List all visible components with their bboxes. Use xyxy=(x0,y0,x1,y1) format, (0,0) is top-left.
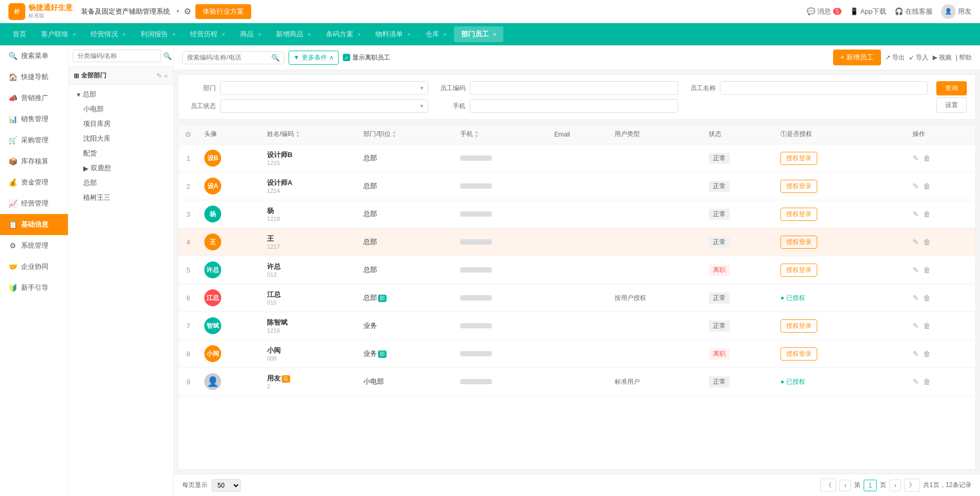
edit-button[interactable]: ✎ xyxy=(913,322,919,330)
current-page[interactable]: 1 xyxy=(864,480,877,491)
sidebar-item-inventory[interactable]: 📦 库存核算 xyxy=(0,151,68,172)
sidebar-item-marketing[interactable]: 📣 营销推广 xyxy=(0,87,68,109)
close-icon[interactable]: × xyxy=(222,31,225,37)
phone-col-header[interactable]: 手机 ▲▼ xyxy=(454,124,548,144)
phone-input[interactable] xyxy=(470,99,678,113)
dept-edit-button[interactable]: ✎ xyxy=(156,72,162,80)
sidebar-item-management[interactable]: 📈 经营管理 xyxy=(0,193,68,214)
per-page-select[interactable]: 50 100 xyxy=(212,479,241,492)
dept-collapse-button[interactable]: « xyxy=(164,72,168,80)
delete-button[interactable]: 🗑 xyxy=(923,210,930,218)
system-dropdown-arrow[interactable]: ▾ xyxy=(176,8,180,15)
tab-barcode[interactable]: 条码方案 × xyxy=(319,26,368,42)
edit-button[interactable]: ✎ xyxy=(913,182,919,190)
sidebar-item-basic[interactable]: 📋 基础信息 xyxy=(0,214,68,235)
delete-button[interactable]: 🗑 xyxy=(923,322,930,330)
query-button[interactable]: 查询 xyxy=(936,81,967,95)
sidebar-item-search[interactable]: 🔍 搜索菜单 xyxy=(0,45,68,66)
dept-search-button[interactable]: 🔍 xyxy=(163,52,172,60)
auth-button[interactable]: 授权登录 xyxy=(780,236,817,249)
phone-sort[interactable]: 手机 ▲▼ xyxy=(460,130,479,139)
edit-button[interactable]: ✎ xyxy=(913,210,919,218)
sidebar-item-system[interactable]: ⚙ 系统管理 xyxy=(0,235,68,256)
sidebar-item-collab[interactable]: 🤝 企业协同 xyxy=(0,256,68,277)
tab-warehouse[interactable]: 仓库 × xyxy=(418,26,454,42)
sidebar-item-finance[interactable]: 💰 资金管理 xyxy=(0,172,68,193)
auth-button[interactable]: 授权登录 xyxy=(780,347,817,361)
close-icon[interactable]: × xyxy=(122,31,125,37)
tab-bom[interactable]: 物料清单 × xyxy=(368,26,418,42)
app-download-button[interactable]: 📱 App下载 xyxy=(850,7,886,16)
search-input[interactable] xyxy=(187,54,271,61)
settings-button[interactable]: ⚙ xyxy=(184,6,191,16)
search-icon[interactable]: 🔍 xyxy=(271,54,280,62)
dept-node-shenyang[interactable]: 沈阳大库 xyxy=(68,131,173,146)
add-employee-button[interactable]: + 新增员工 xyxy=(833,50,881,65)
auth-button[interactable]: 授权登录 xyxy=(780,208,817,221)
auth-button[interactable]: 授权登录 xyxy=(780,152,817,165)
delete-button[interactable]: 🗑 xyxy=(923,349,930,358)
settings-col-header[interactable]: ⚙ xyxy=(179,124,198,144)
dept-sort[interactable]: 部门/职位 ▲▼ xyxy=(363,130,396,139)
name-sort[interactable]: 姓名/编码 ▲▼ xyxy=(267,130,300,139)
close-icon[interactable]: × xyxy=(73,31,76,37)
delete-button[interactable]: 🗑 xyxy=(923,266,930,274)
emp-name-input[interactable] xyxy=(720,81,928,95)
close-icon[interactable]: × xyxy=(358,31,361,37)
tab-add-goods[interactable]: 新增商品 × xyxy=(269,26,318,42)
reset-button[interactable]: 设置 xyxy=(936,98,967,113)
edit-button[interactable]: ✎ xyxy=(913,154,919,162)
tab-history[interactable]: 经营历程 × xyxy=(183,26,232,42)
dept-node-peihuo[interactable]: 配货 xyxy=(68,146,173,161)
view-button[interactable]: ▶ 视频 xyxy=(933,53,952,62)
prev-page-button[interactable]: ‹ xyxy=(839,480,851,491)
sidebar-item-nav[interactable]: 🏠 快捷导航 xyxy=(0,66,68,87)
edit-button[interactable]: ✎ xyxy=(913,266,919,274)
emp-code-input[interactable] xyxy=(470,81,678,95)
close-icon[interactable]: × xyxy=(258,31,261,37)
tab-operation[interactable]: 经营情况 × xyxy=(83,26,133,42)
close-icon[interactable]: × xyxy=(172,31,175,37)
tab-home[interactable]: 首页 xyxy=(5,26,34,42)
name-col-header[interactable]: 姓名/编码 ▲▼ xyxy=(261,124,357,144)
delete-button[interactable]: 🗑 xyxy=(923,377,930,386)
delete-button[interactable]: 🗑 xyxy=(923,154,930,162)
trial-button[interactable]: 体验行业方案 xyxy=(195,4,251,19)
show-resigned-toggle[interactable]: ✓ 显示离职员工 xyxy=(343,53,390,62)
auth-button[interactable]: 授权登录 xyxy=(780,180,817,193)
auth-button[interactable]: 授权登录 xyxy=(780,264,817,277)
close-icon[interactable]: × xyxy=(493,31,496,37)
edit-button[interactable]: ✎ xyxy=(913,349,919,358)
tab-employees[interactable]: 部门员工 × xyxy=(454,26,503,42)
sidebar-item-purchase[interactable]: 🛒 采购管理 xyxy=(0,130,68,151)
dept-node-zhishu[interactable]: 植树王三 xyxy=(68,190,173,205)
more-conditions-button[interactable]: ▼ 更多条件 ∧ xyxy=(289,51,339,65)
dept-search-input[interactable] xyxy=(73,50,161,62)
close-icon[interactable]: × xyxy=(443,31,447,37)
close-icon[interactable]: × xyxy=(407,31,410,37)
auth-button[interactable]: 授权登录 xyxy=(780,319,817,333)
tab-profit[interactable]: 利润报告 × xyxy=(133,26,183,42)
dept-node-project[interactable]: 项目库房 xyxy=(68,116,173,131)
user-menu[interactable]: 👤 用友 xyxy=(941,4,972,19)
dept-node-zongbu2[interactable]: 总部 xyxy=(68,176,173,190)
edit-button[interactable]: ✎ xyxy=(913,294,919,302)
emp-status-select[interactable]: ▾ xyxy=(220,99,428,113)
close-icon[interactable]: × xyxy=(308,31,311,37)
message-button[interactable]: 💬 消息 5 xyxy=(807,7,842,16)
next-page-button[interactable]: › xyxy=(889,480,901,491)
import-button[interactable]: ↙ 导入 xyxy=(909,53,928,62)
gear-icon[interactable]: ⚙ xyxy=(185,130,192,139)
delete-button[interactable]: 🗑 xyxy=(923,294,930,302)
export-button[interactable]: ↗ 导出 xyxy=(885,53,905,62)
last-page-button[interactable]: 》 xyxy=(904,479,920,492)
dept-col-header[interactable]: 部门/职位 ▲▼ xyxy=(357,124,453,144)
first-page-button[interactable]: 《 xyxy=(820,479,836,492)
edit-button[interactable]: ✎ xyxy=(913,238,919,246)
delete-button[interactable]: 🗑 xyxy=(923,182,930,190)
dept-node-shuanglu[interactable]: ▶ 双鹿想 xyxy=(68,161,173,176)
tab-goods[interactable]: 商品 × xyxy=(233,26,269,42)
dept-select[interactable]: ▾ xyxy=(220,81,428,95)
sidebar-item-guide[interactable]: 🔰 新手引导 xyxy=(0,277,68,298)
sidebar-item-sales[interactable]: 📊 销售管理 xyxy=(0,109,68,130)
